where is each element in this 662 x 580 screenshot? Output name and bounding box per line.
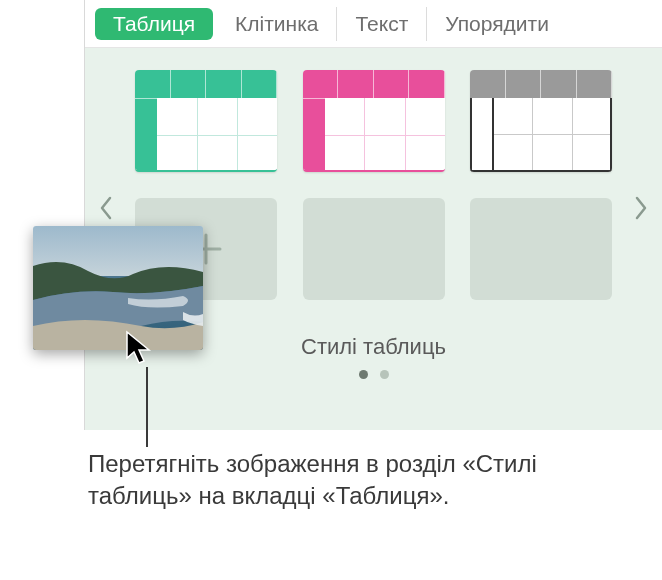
table-style-grey[interactable]: [470, 70, 612, 172]
tab-cell[interactable]: Клітинка: [217, 7, 337, 41]
mouse-cursor: [125, 330, 153, 370]
table-styles-grid: [135, 70, 612, 300]
styles-pager: [85, 370, 662, 379]
tab-table[interactable]: Таблиця: [95, 8, 213, 40]
coastal-photo-icon: [33, 226, 203, 350]
inspector-tab-bar: Таблиця Клітинка Текст Упорядити: [85, 0, 662, 48]
empty-style-slot[interactable]: [470, 198, 612, 300]
arrow-cursor-icon: [125, 330, 153, 366]
inspector-panel-container: Таблиця Клітинка Текст Упорядити: [0, 0, 662, 430]
pager-dot[interactable]: [359, 370, 368, 379]
chevron-left-icon: [99, 196, 113, 220]
chevron-right-icon: [634, 196, 648, 220]
table-style-pink[interactable]: [303, 70, 445, 172]
styles-next-button[interactable]: [626, 188, 656, 228]
left-gutter: [0, 0, 85, 430]
callout-leader-line: [146, 367, 148, 447]
tab-text[interactable]: Текст: [337, 7, 427, 41]
dragged-image-thumbnail[interactable]: [33, 226, 203, 350]
pager-dot[interactable]: [380, 370, 389, 379]
callout-text: Перетягніть зображення в розділ «Стилі т…: [88, 448, 558, 513]
table-style-teal[interactable]: [135, 70, 277, 172]
empty-style-slot[interactable]: [303, 198, 445, 300]
tab-arrange[interactable]: Упорядити: [427, 7, 567, 41]
styles-prev-button[interactable]: [91, 188, 121, 228]
